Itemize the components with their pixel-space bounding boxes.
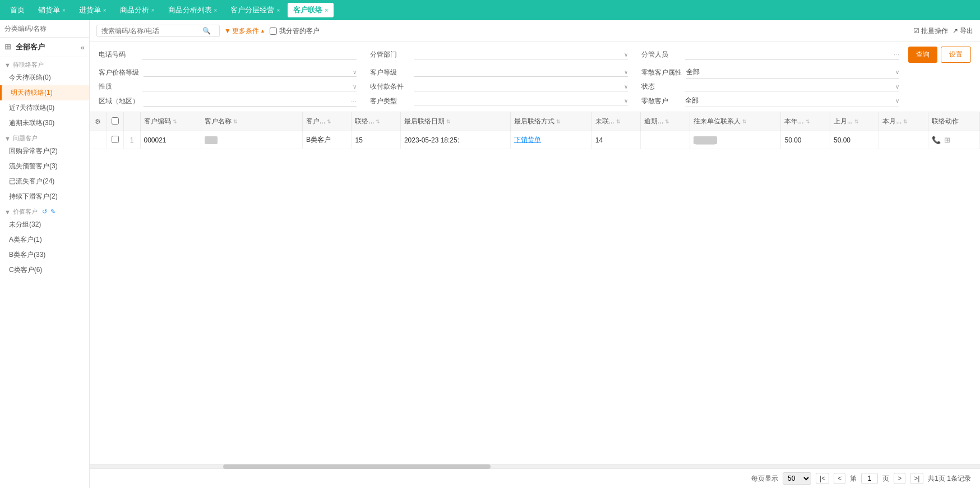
close-product-analysis-icon[interactable]: × — [151, 7, 155, 13]
last-method-link[interactable]: 下销货单 — [514, 136, 541, 144]
collapse-icon[interactable]: « — [81, 43, 85, 52]
nature-caret-icon: ∨ — [353, 84, 357, 90]
batch-op-btn[interactable]: ☑ 批量操作 — [913, 26, 948, 36]
retail-attr-select[interactable]: 全部 ∨ — [686, 66, 899, 79]
horizontal-scrollbar[interactable] — [90, 464, 980, 468]
status-caret-icon: ∨ — [895, 84, 899, 90]
prev-page-btn[interactable]: < — [834, 473, 845, 484]
nav-product-analysis[interactable]: 商品分析 × — [114, 3, 160, 17]
th-last-date[interactable]: 最后联络日期⇅ — [400, 112, 510, 131]
sidebar-item-ungrouped[interactable]: 未分组(32) — [0, 217, 89, 232]
close-purchase-icon[interactable]: × — [103, 7, 107, 13]
cust-type-select[interactable]: ∨ — [414, 96, 628, 105]
action-grid-icon[interactable]: ⊞ — [944, 136, 950, 144]
edit-icon[interactable]: ✎ — [50, 208, 56, 215]
th-type[interactable]: 客户...⇅ — [303, 112, 352, 131]
manager-label: 分管人员 — [641, 50, 681, 59]
row-checkbox[interactable] — [107, 131, 123, 149]
sidebar-item-overdue[interactable]: 逾期未联络(30) — [0, 116, 89, 131]
th-this-month[interactable]: 本月...⇅ — [879, 112, 928, 131]
sidebar-all-customers[interactable]: ⊞ 全部客户 « — [0, 38, 89, 57]
more-conditions-btn[interactable]: ▼ 更多条件 ▲ — [224, 26, 265, 36]
sidebar-item-class-b[interactable]: B类客户(33) — [0, 247, 89, 263]
sidebar-item-class-c[interactable]: C类客户(6) — [0, 263, 89, 278]
query-button[interactable]: 查询 — [908, 47, 937, 63]
sidebar-item-declining[interactable]: 持续下滑客户(2) — [0, 189, 89, 204]
first-page-btn[interactable]: |< — [816, 473, 829, 484]
sidebar-item-7days[interactable]: 近7天待联络(0) — [0, 100, 89, 116]
row-name[interactable]: Ea — [201, 131, 303, 149]
th-checkbox[interactable] — [107, 112, 123, 131]
close-product-list-icon[interactable]: × — [214, 7, 218, 13]
nav-customer-contact[interactable]: 客户联络 × — [288, 3, 334, 17]
table-footer: 每页显示 50 100 200 |< < 第 页 > >| 共1页 1条记录 — [90, 468, 980, 488]
th-no-contact[interactable]: 未联...⇅ — [591, 112, 640, 131]
cust-level-caret-icon: ∨ — [624, 69, 628, 75]
search-input[interactable] — [101, 27, 202, 35]
scroll-thumb[interactable] — [223, 464, 490, 469]
th-this-year[interactable]: 本年...⇅ — [781, 112, 830, 131]
dept-select[interactable]: ∨ — [414, 50, 628, 59]
select-all-checkbox[interactable] — [112, 117, 119, 125]
pay-terms-select[interactable]: ∨ — [414, 82, 628, 91]
retail-cust-caret-icon: ∨ — [895, 98, 899, 104]
close-layering-icon[interactable]: × — [276, 7, 280, 13]
th-overdue[interactable]: 逾期...⇅ — [641, 112, 690, 131]
sidebar-item-churn-warning[interactable]: 流失预警客户(3) — [0, 159, 89, 174]
row-select-checkbox[interactable] — [112, 136, 119, 143]
export-btn[interactable]: ↗ 导出 — [953, 26, 973, 36]
sort-contacts-icon: ⇅ — [376, 119, 380, 125]
cust-level-select[interactable]: ∨ — [414, 68, 628, 77]
per-page-select[interactable]: 50 100 200 — [783, 472, 811, 485]
row-this-year: 50.00 — [781, 131, 830, 149]
my-customers-checkbox[interactable] — [270, 27, 277, 35]
status-select[interactable]: ∨ — [685, 82, 899, 91]
row-last-method[interactable]: 下销货单 — [510, 131, 591, 149]
last-page-btn[interactable]: >| — [910, 473, 923, 484]
th-unit-contact[interactable]: 往来单位联系人⇅ — [690, 112, 781, 131]
phone-input[interactable] — [142, 49, 357, 60]
sidebar-search-input[interactable] — [4, 25, 89, 33]
nav-purchase[interactable]: 进货单 × — [73, 3, 112, 17]
pay-terms-label: 收付款条件 — [370, 82, 409, 91]
settings-button[interactable]: 设置 — [941, 47, 971, 63]
action-phone-icon[interactable]: 📞 — [932, 136, 941, 144]
th-code[interactable]: 客户编码⇅ — [140, 112, 201, 131]
page-number-input[interactable] — [861, 473, 878, 484]
manager-select[interactable]: ··· — [685, 49, 899, 60]
nature-select[interactable]: ∨ — [142, 82, 357, 91]
retail-cust-select[interactable]: 全部 ∨ — [685, 95, 899, 107]
close-sales-icon[interactable]: × — [62, 7, 66, 13]
th-settings[interactable]: ⚙ — [90, 112, 107, 131]
refresh-icon[interactable]: ↺ — [42, 208, 47, 215]
caret-up-icon: ▲ — [260, 28, 265, 34]
filter-region: 区域（地区） ··· — [99, 96, 357, 107]
data-table: ⚙ 客户编码⇅ 客户名称⇅ 客户...⇅ — [90, 112, 980, 149]
nav-sales[interactable]: 销货单 × — [33, 3, 71, 17]
th-name[interactable]: 客户名称⇅ — [201, 112, 303, 131]
my-customers-check[interactable]: 我分管的客户 — [270, 26, 320, 36]
sidebar-item-churned[interactable]: 已流失客户(24) — [0, 174, 89, 189]
settings-icon[interactable]: ⚙ — [95, 118, 101, 126]
next-page-btn[interactable]: > — [894, 473, 905, 484]
sidebar-item-tomorrow[interactable]: 明天待联络(1) — [0, 85, 89, 100]
sidebar-item-class-a[interactable]: A类客户(1) — [0, 232, 89, 247]
section-title-problem: ▼ 问题客户 — [0, 131, 89, 144]
retail-attr-label: 零散客户属性 — [641, 68, 682, 77]
sort-type-icon: ⇅ — [327, 119, 331, 125]
th-last-method[interactable]: 最后联络方式⇅ — [510, 112, 591, 131]
close-contact-icon[interactable]: × — [325, 7, 328, 13]
region-select[interactable]: ··· — [144, 96, 357, 107]
arrow-problem-icon: ▼ — [4, 135, 11, 142]
nav-home[interactable]: 首页 — [4, 3, 30, 17]
filter-row-3: 性质 ∨ 收付款条件 ∨ 状态 ∨ — [99, 82, 971, 91]
sidebar-item-today[interactable]: 今天待联络(0) — [0, 70, 89, 85]
price-level-select[interactable]: ∨ — [144, 68, 357, 77]
row-code[interactable]: 000021 — [140, 131, 201, 149]
th-contacts[interactable]: 联络...⇅ — [352, 112, 400, 131]
th-last-month[interactable]: 上月...⇅ — [830, 112, 879, 131]
search-submit-icon[interactable]: 🔍 — [202, 27, 211, 35]
nav-customer-layering[interactable]: 客户分层经营 × — [225, 3, 285, 17]
sidebar-item-abnormal-repurchase[interactable]: 回购异常客户(2) — [0, 144, 89, 159]
nav-product-analysis-list[interactable]: 商品分析列表 × — [163, 3, 223, 17]
